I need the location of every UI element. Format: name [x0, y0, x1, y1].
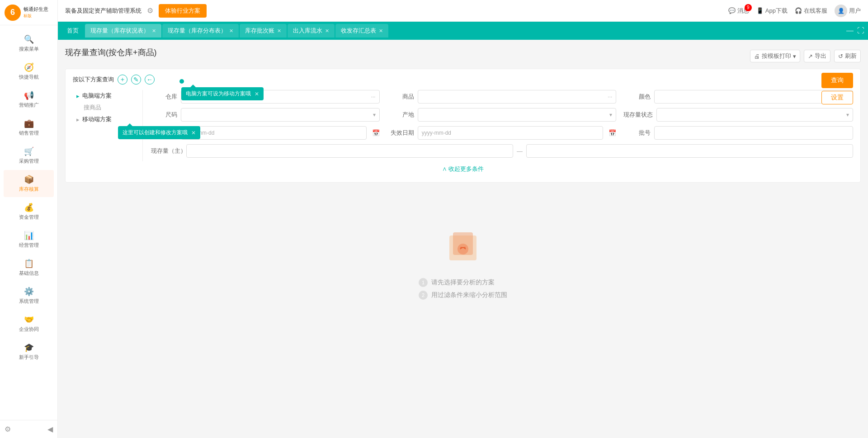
- tab-inventory-status-label: 现存量（库存状况表）: [90, 27, 149, 35]
- svg-point-4: [464, 247, 466, 249]
- stock-status-select[interactable]: ▾: [656, 108, 853, 122]
- filter-color: 颜色 ▾: [623, 90, 853, 104]
- tab-home[interactable]: 首页: [61, 24, 84, 38]
- filter-size: 尺码 ▾: [150, 108, 380, 122]
- chevron-down-icon2: ▾: [373, 112, 376, 118]
- nav-icon-search: 🔍: [24, 34, 34, 44]
- stock-qty-label: 现存量（主）: [150, 147, 186, 155]
- system-title: 装备及固定资产辅助管理系统: [65, 7, 142, 15]
- tab-inventory-status-close[interactable]: ✕: [152, 28, 156, 34]
- warehouse-label: 仓库: [150, 93, 177, 101]
- add-scheme-btn[interactable]: ＋: [118, 75, 127, 85]
- sidebar-item-enterprise[interactable]: 🤝企业协同: [4, 310, 54, 337]
- scheme-item-search[interactable]: 搜商品: [73, 102, 139, 113]
- tab-inventory-dist[interactable]: 现存量（库存分布表） ✕: [162, 24, 239, 38]
- sidebar-item-search[interactable]: 🔍搜索菜单: [4, 30, 54, 57]
- refresh-btn[interactable]: ↺ 刷新: [834, 50, 861, 62]
- origin-label: 产地: [387, 111, 414, 119]
- scheme-item-search-label: 搜商品: [84, 104, 101, 112]
- online-support-btn[interactable]: 🎧 在线客服: [795, 7, 827, 15]
- nav-label-enterprise: 企业协同: [19, 326, 39, 333]
- sidebar-item-purchase[interactable]: 🛒采购管理: [4, 142, 54, 169]
- back-scheme-btn[interactable]: ←: [145, 75, 155, 85]
- edit-tooltip-close[interactable]: ✕: [191, 130, 196, 136]
- stock-qty-max[interactable]: [526, 144, 853, 158]
- message-btn[interactable]: 💬 消息 9: [728, 7, 749, 15]
- nav-icon-inventory: 📦: [24, 174, 34, 184]
- nav-icon-sales: 💼: [24, 118, 34, 128]
- search-btn[interactable]: 查询: [821, 73, 853, 88]
- filter-body: ▸ 电脑端方案 搜商品 ▸ 移动端方案 这里可以创建和修改方案哦 ✕: [73, 90, 853, 161]
- batch-no-input[interactable]: [654, 126, 853, 140]
- collapse-sidebar-icon[interactable]: ◀: [47, 425, 53, 433]
- reset-btn[interactable]: 设置: [821, 91, 853, 104]
- tab-flow[interactable]: 出入库流水 ✕: [288, 24, 335, 38]
- origin-select[interactable]: ▾: [418, 108, 617, 122]
- empty-step-2: 2 用过滤条件来缩小分析范围: [419, 291, 507, 300]
- filter-top-row: 按以下方案查询 ＋ ✎ ← 电脑方案可设为移动方案哦 ✕ 查询 设置: [73, 75, 853, 85]
- settings-icon[interactable]: ⚙: [5, 425, 11, 433]
- scheme-tooltip-close[interactable]: ✕: [255, 91, 259, 97]
- page-title: 现存量查询(按仓库+商品): [65, 47, 157, 58]
- edit-scheme-btn[interactable]: ✎: [131, 75, 141, 85]
- nav-icon-marketing: 📢: [24, 90, 34, 100]
- user-menu[interactable]: 👤 用户: [835, 5, 861, 17]
- phone-icon: 📱: [756, 7, 764, 14]
- sidebar-item-operations[interactable]: 📊经营管理: [4, 226, 54, 253]
- goods-select[interactable]: ···: [418, 90, 617, 104]
- tab-collect[interactable]: 收发存汇总表 ✕: [335, 24, 388, 38]
- tab-minimize-btn[interactable]: —: [846, 27, 854, 35]
- nav-icon-enterprise: 🤝: [24, 315, 34, 325]
- sidebar-item-system[interactable]: ⚙️系统管理: [4, 282, 54, 309]
- gear-icon[interactable]: ⚙: [147, 6, 153, 15]
- sidebar-item-guide[interactable]: 🎓新手引导: [4, 338, 54, 365]
- tab-collect-close[interactable]: ✕: [379, 28, 383, 34]
- size-select[interactable]: ▾: [181, 108, 380, 122]
- nav-icon-finance: 💰: [24, 203, 34, 212]
- filter-fields: 仓库 ··· 商品 ···: [143, 90, 853, 161]
- collapse-more-btn[interactable]: ∧ 收起更多条件: [73, 161, 853, 177]
- app-download-btn[interactable]: 📱 App下载: [756, 7, 788, 15]
- tab-inventory-dist-close[interactable]: ✕: [229, 28, 233, 34]
- collapse-label: 收起更多条件: [448, 165, 484, 172]
- filter-row-2: 尺码 ▾ 产地 ▾: [150, 108, 853, 122]
- sidebar-item-sales[interactable]: 💼销售管理: [4, 114, 54, 141]
- prod-date-input[interactable]: yyyy-mm-dd: [181, 126, 367, 140]
- prod-date-cal-icon[interactable]: 📅: [372, 129, 380, 137]
- scheme-item-desktop[interactable]: ▸ 电脑端方案: [73, 90, 139, 102]
- header-left: 装备及固定资产辅助管理系统 ⚙ 体验行业方案: [65, 4, 207, 18]
- nav-label-nav: 快捷导航: [19, 74, 39, 80]
- sidebar-item-finance[interactable]: 💰资金管理: [4, 198, 54, 225]
- tab-maximize-btn[interactable]: ⛶: [857, 27, 864, 35]
- tab-batch-close[interactable]: ✕: [277, 28, 281, 34]
- empty-icon: [440, 224, 486, 271]
- nav-label-finance: 资金管理: [19, 214, 39, 221]
- nav-label-purchase: 采购管理: [19, 158, 39, 165]
- stock-qty-min[interactable]: [186, 144, 513, 158]
- sidebar-item-basic[interactable]: 📋基础信息: [4, 254, 54, 281]
- printer-icon: 🖨: [754, 53, 760, 60]
- sidebar-item-marketing[interactable]: 📢营销推广: [4, 86, 54, 113]
- tab-flow-close[interactable]: ✕: [325, 28, 329, 34]
- tab-batch[interactable]: 库存批次账 ✕: [240, 24, 287, 38]
- headset-icon: 🎧: [795, 7, 802, 14]
- print-template-btn[interactable]: 🖨 按模板打印 ▾: [750, 50, 800, 62]
- nav-label-system: 系统管理: [19, 298, 39, 305]
- sidebar-item-inventory[interactable]: 📦库存核算: [4, 170, 54, 197]
- expire-date-cal-icon[interactable]: 📅: [609, 129, 616, 137]
- range-separator: —: [517, 148, 523, 155]
- tab-right-actions: — ⛶: [846, 27, 864, 35]
- app-logo: 6 畅通好生意 标版: [0, 0, 57, 25]
- expire-date-input[interactable]: yyyy-mm-dd: [418, 126, 604, 140]
- tab-inventory-status[interactable]: 现存量（库存状况表） ✕: [85, 24, 161, 38]
- nav-icon-guide: 🎓: [24, 343, 34, 353]
- nav-label-operations: 经营管理: [19, 242, 39, 249]
- step-2-num: 2: [419, 291, 428, 300]
- sidebar-bottom: ⚙ ◀: [0, 420, 57, 438]
- goods-label: 商品: [387, 93, 414, 101]
- scheme-item-mobile-label: 移动端方案: [82, 115, 112, 123]
- sidebar-item-nav[interactable]: 🧭快捷导航: [4, 58, 54, 85]
- export-btn[interactable]: ↗ 导出: [804, 50, 830, 62]
- trial-btn[interactable]: 体验行业方案: [159, 4, 207, 18]
- chevron-right-icon2: ▸: [76, 116, 80, 123]
